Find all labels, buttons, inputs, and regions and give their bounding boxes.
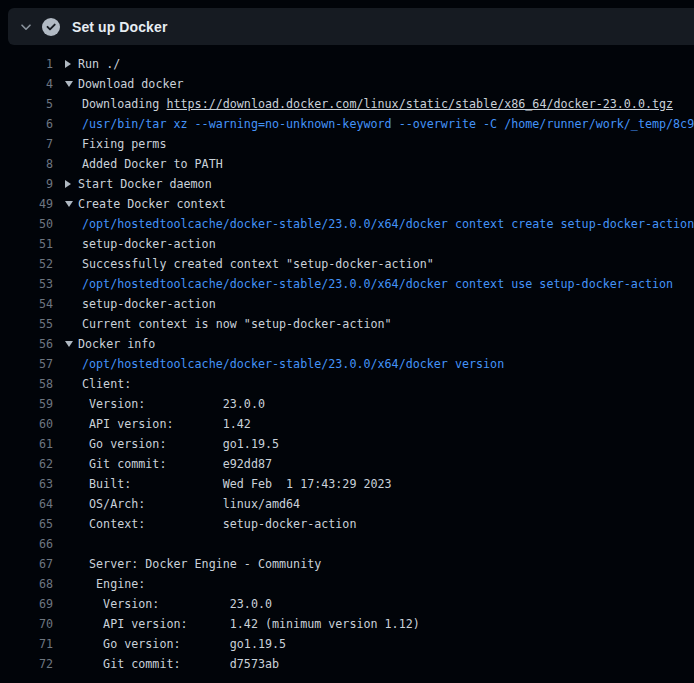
command-text: /opt/hostedtoolcache/docker-stable/23.0.…	[82, 217, 694, 231]
line-number[interactable]: 59	[0, 394, 53, 414]
log-line: 57/opt/hostedtoolcache/docker-stable/23.…	[0, 354, 694, 374]
log-line-content: Git commit: e92dd87	[78, 454, 272, 474]
log-text: Git commit: e92dd87	[82, 457, 272, 471]
log-group-line[interactable]: 49Create Docker context	[0, 194, 694, 214]
line-number[interactable]: 63	[0, 474, 53, 494]
group-expanded-icon[interactable]	[65, 81, 73, 87]
group-title: Create Docker context	[78, 197, 226, 211]
log-line-content: setup-docker-action	[78, 294, 216, 314]
log-line-content: Added Docker to PATH	[78, 154, 223, 174]
step-header[interactable]: Set up Docker	[8, 8, 694, 45]
log-line: 50/opt/hostedtoolcache/docker-stable/23.…	[0, 214, 694, 234]
group-collapsed-icon[interactable]	[65, 60, 71, 68]
log-text: API version: 1.42	[82, 417, 251, 431]
log-line: 65 Context: setup-docker-action	[0, 514, 694, 534]
line-number[interactable]: 55	[0, 314, 53, 334]
line-number[interactable]: 49	[0, 194, 53, 214]
log-text: Added Docker to PATH	[82, 157, 223, 171]
log-line-content: /opt/hostedtoolcache/docker-stable/23.0.…	[78, 354, 504, 374]
log-line-content: Fixing perms	[78, 134, 166, 154]
log-container: 1Run ./4Download docker5Downloading http…	[0, 45, 694, 674]
line-number[interactable]: 71	[0, 634, 53, 654]
expander-slot	[53, 341, 78, 347]
log-text: Server: Docker Engine - Community	[82, 557, 321, 571]
log-text: OS/Arch: linux/amd64	[82, 497, 300, 511]
group-title: Start Docker daemon	[78, 177, 212, 191]
log-line-content: API version: 1.42	[78, 414, 251, 434]
log-text: Go version: go1.19.5	[82, 437, 279, 451]
log-line-content: Git commit: d7573ab	[78, 654, 279, 674]
line-number[interactable]: 4	[0, 74, 53, 94]
line-number[interactable]: 54	[0, 294, 53, 314]
log-line: 68 Engine:	[0, 574, 694, 594]
line-number[interactable]: 51	[0, 234, 53, 254]
line-number[interactable]: 69	[0, 594, 53, 614]
command-text: /opt/hostedtoolcache/docker-stable/23.0.…	[82, 357, 504, 371]
log-group-line[interactable]: 56Docker info	[0, 334, 694, 354]
line-number[interactable]: 60	[0, 414, 53, 434]
line-number[interactable]: 50	[0, 214, 53, 234]
log-text: Fixing perms	[82, 137, 166, 151]
line-number[interactable]: 56	[0, 334, 53, 354]
log-text: Client:	[82, 377, 131, 391]
log-line: 54setup-docker-action	[0, 294, 694, 314]
line-number[interactable]: 62	[0, 454, 53, 474]
line-number[interactable]: 8	[0, 154, 53, 174]
log-line-content: Downloading https://download.docker.com/…	[78, 94, 673, 114]
line-number[interactable]: 65	[0, 514, 53, 534]
log-line: 51setup-docker-action	[0, 234, 694, 254]
line-number[interactable]: 67	[0, 554, 53, 574]
line-number[interactable]: 1	[0, 54, 53, 74]
log-line: 6/usr/bin/tar xz --warning=no-unknown-ke…	[0, 114, 694, 134]
log-group-line[interactable]: 1Run ./	[0, 54, 694, 74]
expander-slot	[53, 180, 78, 188]
line-number[interactable]: 9	[0, 174, 53, 194]
group-title: Download docker	[78, 77, 184, 91]
log-line-content: /usr/bin/tar xz --warning=no-unknown-key…	[78, 114, 694, 134]
log-text: setup-docker-action	[82, 297, 216, 311]
log-line-content: Context: setup-docker-action	[78, 514, 356, 534]
line-number[interactable]: 6	[0, 114, 53, 134]
log-line: 59 Version: 23.0.0	[0, 394, 694, 414]
command-text: /opt/hostedtoolcache/docker-stable/23.0.…	[82, 277, 673, 291]
log-line: 70 API version: 1.42 (minimum version 1.…	[0, 614, 694, 634]
chevron-down-icon[interactable]	[18, 19, 34, 35]
log-line-content: Successfully created context "setup-dock…	[78, 254, 434, 274]
group-collapsed-icon[interactable]	[65, 180, 71, 188]
log-text: Current context is now "setup-docker-act…	[82, 317, 392, 331]
log-line: 72 Git commit: d7573ab	[0, 654, 694, 674]
log-line: 8Added Docker to PATH	[0, 154, 694, 174]
line-number[interactable]: 68	[0, 574, 53, 594]
line-number[interactable]: 7	[0, 134, 53, 154]
command-text: /usr/bin/tar xz --warning=no-unknown-key…	[82, 117, 694, 131]
log-link[interactable]: https://download.docker.com/linux/static…	[166, 97, 673, 111]
group-expanded-icon[interactable]	[65, 341, 73, 347]
log-text: Context: setup-docker-action	[82, 517, 356, 531]
log-group-line[interactable]: 9Start Docker daemon	[0, 174, 694, 194]
log-line: 5Downloading https://download.docker.com…	[0, 94, 694, 114]
log-text: setup-docker-action	[82, 237, 216, 251]
log-line-content: Version: 23.0.0	[78, 594, 272, 614]
log-group-line[interactable]: 4Download docker	[0, 74, 694, 94]
log-line-content: Start Docker daemon	[78, 174, 212, 194]
log-line-content: Go version: go1.19.5	[78, 634, 286, 654]
log-line-content: Version: 23.0.0	[78, 394, 265, 414]
group-expanded-icon[interactable]	[65, 201, 73, 207]
line-number[interactable]: 57	[0, 354, 53, 374]
line-number[interactable]: 5	[0, 94, 53, 114]
line-number[interactable]: 61	[0, 434, 53, 454]
line-number[interactable]: 66	[0, 534, 53, 554]
line-number[interactable]: 58	[0, 374, 53, 394]
check-circle-icon	[42, 18, 60, 36]
log-line: 55Current context is now "setup-docker-a…	[0, 314, 694, 334]
log-line-content: Download docker	[78, 74, 184, 94]
step-title: Set up Docker	[72, 19, 167, 35]
line-number[interactable]: 72	[0, 654, 53, 674]
log-line-content: Engine:	[78, 574, 145, 594]
line-number[interactable]: 64	[0, 494, 53, 514]
log-line-content: Client:	[78, 374, 131, 394]
line-number[interactable]: 53	[0, 274, 53, 294]
line-number[interactable]: 70	[0, 614, 53, 634]
log-line: 58Client:	[0, 374, 694, 394]
line-number[interactable]: 52	[0, 254, 53, 274]
